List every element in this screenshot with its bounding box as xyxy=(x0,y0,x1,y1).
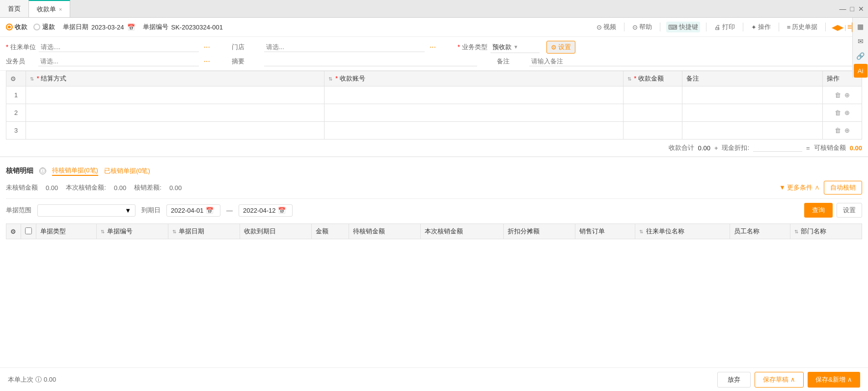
date-from-input[interactable]: 2022-04-01 📅 xyxy=(166,204,220,217)
tab-receipts[interactable]: 收款单 × xyxy=(28,0,70,17)
cell-remark-3[interactable] xyxy=(682,122,822,140)
more-conditions-btn[interactable]: ▼ 更多条件 ∧ xyxy=(779,183,820,192)
copy-icon-2[interactable]: ⊕ xyxy=(844,109,850,116)
copy-icon-3[interactable]: ⊕ xyxy=(844,127,850,134)
cell-payment-1[interactable] xyxy=(26,86,325,104)
cell-actions-3: 🗑 ⊕ xyxy=(823,122,862,140)
summary-input[interactable] xyxy=(264,56,477,66)
cell-account-2[interactable] xyxy=(325,104,623,122)
th-sales-order: 销售订单 xyxy=(575,224,635,239)
store-more-btn[interactable]: ··· xyxy=(428,43,438,52)
staff-input[interactable] xyxy=(38,56,199,66)
abandon-btn[interactable]: 放弃 xyxy=(717,372,751,388)
cell-amount-1[interactable] xyxy=(623,86,682,104)
copy-icon-1[interactable]: ⊕ xyxy=(844,91,850,99)
business-type-select[interactable]: 预收款 ▼ xyxy=(490,42,540,53)
auto-hexiao-btn[interactable]: 自动核销 xyxy=(824,181,862,195)
staff-more-btn[interactable]: ··· xyxy=(202,57,212,66)
date-to-input[interactable]: 2022-04-12 📅 xyxy=(239,204,293,217)
tab-home-label: 首页 xyxy=(8,4,21,13)
radio-return[interactable]: 退款 xyxy=(33,23,55,31)
settings-btn[interactable]: ⚙ 设置 xyxy=(546,41,575,54)
keyboard-icon: ⌨ xyxy=(668,24,678,31)
sidebar-table-icon[interactable]: ▦ xyxy=(854,20,868,33)
sidebar-ai-icon[interactable]: Ai xyxy=(854,64,868,78)
tab-home[interactable]: 首页 xyxy=(0,0,28,17)
calendar-from-icon[interactable]: 📅 xyxy=(206,207,214,214)
date-value[interactable]: 2023-03-24 xyxy=(91,24,124,31)
current-label: 本次核销金额: xyxy=(66,183,106,192)
select-all-checkbox[interactable] xyxy=(25,227,32,234)
window-close-btn[interactable]: ✕ xyxy=(858,5,864,13)
radio-receive[interactable]: 收款 xyxy=(6,23,27,31)
layout-left-btn[interactable]: ◀ xyxy=(832,23,838,32)
cell-account-1[interactable] xyxy=(325,86,623,104)
date-to-value: 2022-04-12 xyxy=(243,207,276,214)
cell-payment-3[interactable] xyxy=(26,122,325,140)
history-btn[interactable]: ≡ 历史单据 xyxy=(785,22,820,32)
delete-icon-2[interactable]: 🗑 xyxy=(835,109,841,116)
window-min-btn[interactable]: — xyxy=(840,5,846,13)
current-value: 0.00 xyxy=(114,184,126,192)
help-btn[interactable]: ⊙ 帮助 xyxy=(630,22,654,32)
th-bottom-settings[interactable]: ⚙ xyxy=(6,224,21,239)
unchecked-value: 0.00 xyxy=(46,184,58,192)
order-info-icon[interactable]: ⓘ xyxy=(35,375,42,384)
store-input[interactable] xyxy=(264,42,425,52)
layout-right-btn[interactable]: ▶ xyxy=(838,23,843,32)
tab-bar: 首页 收款单 × — □ ✕ xyxy=(0,0,868,18)
cell-payment-2[interactable] xyxy=(26,104,325,122)
hexiao-settings-btn[interactable]: 设置 xyxy=(837,203,862,218)
hexiao-stats-right: ▼ 更多条件 ∧ 自动核销 xyxy=(779,181,862,195)
cell-account-3[interactable] xyxy=(325,122,623,140)
operation-btn[interactable]: ✦ 操作 xyxy=(749,22,773,32)
remark-input[interactable] xyxy=(529,56,862,66)
save-new-btn[interactable]: 保存&新增 ∧ xyxy=(808,372,860,388)
range-select[interactable]: ▼ xyxy=(37,204,136,217)
counterpart-more-btn[interactable]: ··· xyxy=(202,43,212,52)
hexiao-info-icon[interactable]: ⓘ xyxy=(39,168,46,174)
delete-icon-3[interactable]: 🗑 xyxy=(835,127,841,134)
save-draft-arrow-icon: ∧ xyxy=(790,376,795,383)
save-new-arrow-icon: ∧ xyxy=(847,376,852,383)
sidebar-link-icon[interactable]: 🔗 xyxy=(854,49,868,63)
range-select-arrow-icon: ▼ xyxy=(125,207,131,214)
staff-field: 业务员 ··· xyxy=(6,56,212,66)
bottom-settings-gear-icon[interactable]: ⚙ xyxy=(10,228,16,235)
save-draft-btn[interactable]: 保存草稿 ∧ xyxy=(755,372,804,388)
hexiao-completed-tab[interactable]: 已核销单据(0笔) xyxy=(104,167,150,175)
delete-icon-1[interactable]: 🗑 xyxy=(835,91,841,99)
radio-return-label: 退款 xyxy=(42,23,55,31)
print-label: 打印 xyxy=(722,23,735,31)
number-value[interactable]: SK-20230324-001 xyxy=(171,24,223,31)
table-row: 2 🗑 ⊕ xyxy=(6,104,862,122)
cell-amount-3[interactable] xyxy=(623,122,682,140)
cell-remark-2[interactable] xyxy=(682,104,822,122)
total-value: 0.00 xyxy=(698,144,710,152)
divider5 xyxy=(779,23,779,31)
save-new-label: 保存&新增 xyxy=(815,375,845,384)
video-btn[interactable]: ⊙ 视频 xyxy=(595,22,618,32)
th-settings[interactable]: ⚙ xyxy=(6,71,26,86)
calendar-to-icon[interactable]: 📅 xyxy=(278,207,286,214)
print-btn[interactable]: 🖨 打印 xyxy=(712,22,737,32)
settings-gear-icon[interactable]: ⚙ xyxy=(10,75,16,83)
window-restore-btn[interactable]: □ xyxy=(850,5,854,13)
hexiao-pending-tab[interactable]: 待核销单据(0笔) xyxy=(52,166,98,176)
tab-receipts-label: 收款单 xyxy=(37,5,56,14)
cell-amount-2[interactable] xyxy=(623,104,682,122)
divider2 xyxy=(660,23,660,31)
sidebar-message-icon[interactable]: ✉ xyxy=(854,34,868,48)
tab-close-icon[interactable]: × xyxy=(59,6,62,12)
discount-input[interactable] xyxy=(753,144,802,152)
cell-remark-1[interactable] xyxy=(682,86,822,104)
layout-list-btn[interactable]: ≡ xyxy=(847,23,852,31)
shortcut-btn[interactable]: ⌨ 快捷键 xyxy=(666,22,700,32)
th-type: 单据类型 xyxy=(36,224,97,239)
video-icon: ⊙ xyxy=(597,24,602,31)
available-value: 0.00 xyxy=(850,144,862,152)
divider3 xyxy=(706,23,706,31)
query-btn[interactable]: 查询 xyxy=(804,203,833,218)
counterpart-input[interactable] xyxy=(39,42,199,52)
calendar-icon[interactable]: 📅 xyxy=(127,24,135,31)
